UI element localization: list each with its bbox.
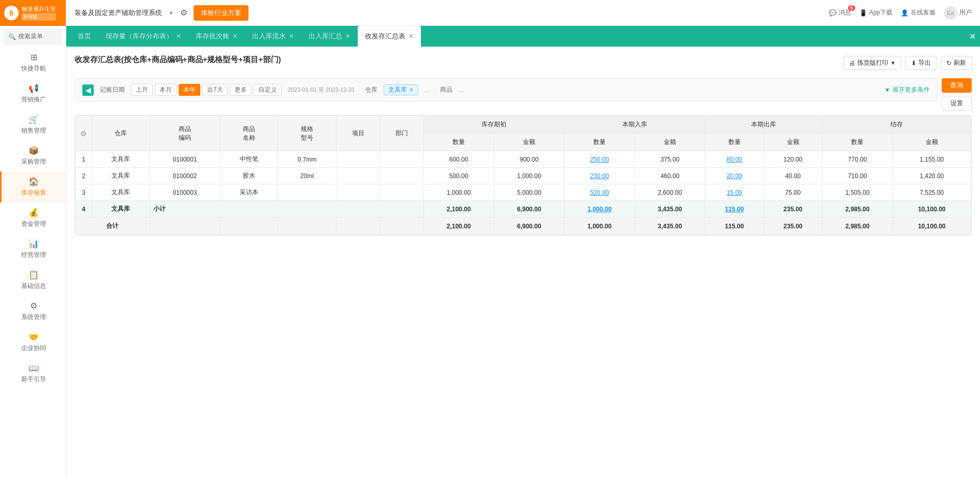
row-no: 2 — [76, 168, 92, 184]
tab-home[interactable]: 首页 — [70, 26, 98, 47]
subtotal-in-qty[interactable]: 1,000.00 — [564, 201, 635, 218]
sidebar-item-system[interactable]: ⚙ 系统管理 — [0, 296, 66, 327]
operations-icon: 📊 — [28, 239, 39, 249]
sidebar-item-collab[interactable]: 🤝 企业协同 — [0, 327, 66, 358]
query-button[interactable]: 查询 — [942, 78, 972, 93]
sidebar-item-basic[interactable]: 📋 基础信息 — [0, 265, 66, 296]
col-in-header: 本期入库 — [564, 116, 705, 134]
date-btn-7days[interactable]: 近7天 — [202, 84, 228, 96]
subtotal-no: 4 — [76, 201, 92, 218]
date-btn-more[interactable]: 更多 — [230, 84, 252, 96]
row-open-amt: 900.00 — [494, 151, 564, 168]
row-warehouse: 文具库 — [92, 151, 150, 168]
sidebar-item-inventory[interactable]: 🏠 库存核算 — [0, 171, 66, 202]
col-opening-header: 库存期初 — [423, 116, 564, 134]
date-btn-this-year[interactable]: 本年 — [179, 84, 200, 96]
row-out-qty[interactable]: 80.00 — [705, 151, 764, 168]
tab-batch-label: 库存批次账 — [196, 32, 229, 41]
sidebar-item-label: 快捷导航 — [21, 64, 46, 73]
tab-inout-summary-close[interactable]: ✕ — [345, 33, 350, 40]
user-action[interactable]: Ea 用户 — [944, 6, 972, 20]
col-in-amt: 金额 — [635, 134, 705, 151]
row-in-qty[interactable]: 520.00 — [564, 184, 635, 201]
expand-conditions-btn[interactable]: ▼ 展开更多条件 — [884, 85, 930, 94]
service-icon: 👤 — [901, 9, 909, 17]
date-btn-last-month[interactable]: 上月 — [131, 84, 153, 96]
try-button[interactable]: 体验行业方案 — [194, 5, 248, 21]
subtotal-label: 小计 — [150, 201, 423, 218]
main-area: 装备及固定资产辅助管理系统 ▼ ⚙ 体验行业方案 💬 消息 6 📱 App下载 … — [66, 0, 980, 478]
sidebar-search[interactable]: 🔍 搜索菜单 — [3, 28, 63, 45]
total-open-qty: 2,100.00 — [423, 218, 494, 235]
tab-inout-summary[interactable]: 出入库汇总 ✕ — [301, 26, 358, 47]
table-settings-icon[interactable]: ⚙ — [80, 129, 87, 138]
row-spec: 20ml — [278, 168, 337, 184]
online-service-label: 在线客服 — [911, 8, 935, 17]
sidebar-item-marketing[interactable]: 📢 营销推广 — [0, 78, 66, 109]
sidebar-item-purchase[interactable]: 📦 采购管理 — [0, 140, 66, 171]
refresh-button[interactable]: ↻ 刷新 — [941, 56, 972, 70]
sidebar-item-label: 企业协同 — [21, 344, 46, 353]
warehouse-tag-close[interactable]: ✕ — [409, 86, 414, 93]
row-product-name: 采访本 — [220, 184, 278, 201]
logo-badge: 标准版 — [22, 13, 56, 21]
print-button[interactable]: 🖨 拣货版打印 ▼ — [843, 56, 901, 70]
message-action[interactable]: 💬 消息 6 — [829, 8, 851, 17]
sidebar-item-sales[interactable]: 🛒 销售管理 — [0, 109, 66, 140]
row-no: 3 — [76, 184, 92, 201]
warehouse-filter-label: 仓库 — [365, 85, 377, 94]
dropdown-arrow-icon: ▼ — [168, 10, 174, 16]
table-row: 3 文具库 0100003 采访本 1,000.00 5,000.00 520.… — [76, 184, 971, 201]
date-btn-this-month[interactable]: 本月 — [155, 84, 177, 96]
online-service-action[interactable]: 👤 在线客服 — [901, 8, 935, 17]
guide-icon: 📖 — [28, 363, 39, 373]
total-in-amt: 3,435.00 — [635, 218, 705, 235]
date-buttons: 上月 本月 本年 近7天 更多 自定义 — [131, 84, 282, 96]
sidebar-item-label: 销售管理 — [21, 126, 46, 135]
tab-inout-flow-close[interactable]: ✕ — [289, 33, 294, 40]
col-out-header: 本期出库 — [705, 116, 822, 134]
row-warehouse: 文具库 — [92, 168, 150, 184]
tab-inout-flow[interactable]: 出入库流水 ✕ — [245, 26, 301, 47]
tabs-close-all[interactable]: ✕ — [969, 32, 976, 41]
row-dept — [380, 168, 423, 184]
warehouse-more[interactable]: ... — [425, 86, 430, 94]
sidebar-item-quick-nav[interactable]: ⊞ 快捷导航 — [0, 47, 66, 78]
row-in-qty[interactable]: 230.00 — [564, 168, 635, 184]
sales-icon: 🛒 — [28, 114, 39, 124]
tab-recv-send-close[interactable]: ✕ — [408, 33, 414, 40]
tab-stock-dist-close[interactable]: ✕ — [176, 33, 181, 40]
row-out-qty[interactable]: 20.00 — [705, 168, 764, 184]
product-more[interactable]: ... — [459, 86, 464, 94]
quick-nav-icon: ⊞ — [31, 52, 37, 62]
row-in-qty[interactable]: 250.00 — [564, 151, 635, 168]
app-download-action[interactable]: 📱 App下载 — [859, 8, 893, 17]
sidebar-item-guide[interactable]: 📖 新手引导 — [0, 358, 66, 389]
total-label: 合计 — [76, 218, 150, 235]
export-button[interactable]: ⬇ 导出 — [905, 56, 937, 70]
total-out-amt: 235.00 — [764, 218, 822, 235]
sidebar-item-finance[interactable]: 💰 资金管理 — [0, 202, 66, 234]
tab-batch-close[interactable]: ✕ — [232, 33, 238, 40]
col-open-qty: 数量 — [423, 134, 494, 151]
date-btn-custom[interactable]: 自定义 — [254, 84, 282, 96]
gear-settings-icon[interactable]: ⚙ — [180, 8, 187, 18]
subtotal-open-amt: 6,900.00 — [494, 201, 564, 218]
tab-stock-dist[interactable]: 现存量（库存分布表） ✕ — [98, 26, 188, 47]
sidebar-item-operations[interactable]: 📊 经营管理 — [0, 234, 66, 265]
tab-batch[interactable]: 库存批次账 ✕ — [188, 26, 245, 47]
logo-icon: 6 — [4, 6, 19, 20]
logo-text: 畅捷通好生意 — [22, 5, 56, 13]
row-out-qty[interactable]: 15.00 — [705, 184, 764, 201]
search-icon: 🔍 — [8, 33, 16, 40]
system-icon: ⚙ — [30, 301, 37, 311]
filter-toggle[interactable]: ◀ — [82, 84, 94, 96]
total-in-qty: 1,000.00 — [564, 218, 635, 235]
date-range-display: 2023-01-01 至 2023-12-31 — [288, 86, 355, 94]
tab-recv-send-label: 收发存汇总表 — [365, 32, 405, 41]
subtotal-out-qty[interactable]: 115.00 — [705, 201, 764, 218]
row-close-amt: 1,155.00 — [893, 151, 971, 168]
settings-button[interactable]: 设置 — [942, 96, 972, 111]
row-warehouse: 文具库 — [92, 184, 150, 201]
tab-recv-send[interactable]: 收发存汇总表 ✕ — [358, 26, 421, 47]
